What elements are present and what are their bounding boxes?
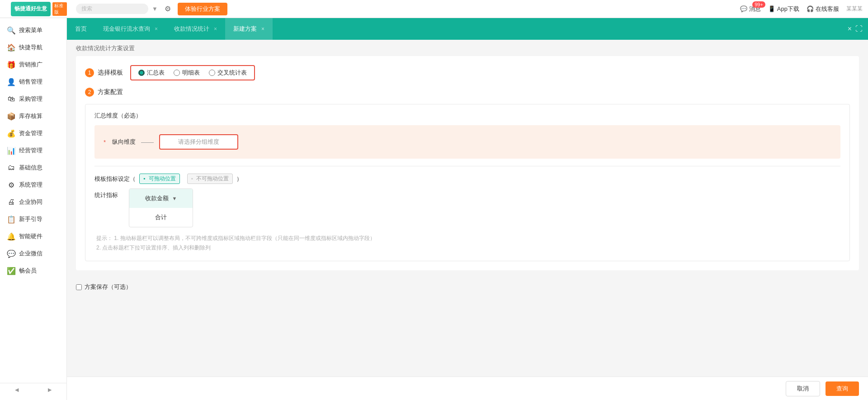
- dim-arrow: ——: [141, 138, 154, 146]
- sidebar-item-sales[interactable]: 👤 销售管理: [0, 73, 66, 90]
- sidebar-label-sales: 销售管理: [19, 78, 42, 86]
- user-name[interactable]: 某某某: [846, 5, 863, 13]
- logo: 畅捷通好生意 标准版: [5, 0, 72, 20]
- sidebar-item-wechat[interactable]: 💬 企业微信: [0, 245, 66, 262]
- sidebar-item-inventory[interactable]: 📦 库存核算: [0, 108, 66, 125]
- metrics-col-header-row[interactable]: 收款金额 ▼: [129, 192, 193, 205]
- tab-cashflow-label: 现金银行流水查询: [103, 25, 150, 33]
- dim-section-title: 汇总维度（必选）: [94, 112, 840, 120]
- sidebar-item-basics[interactable]: 🗂 基础信息: [0, 159, 66, 176]
- save-plan-checkbox[interactable]: [76, 284, 82, 290]
- cancel-button[interactable]: 取消: [786, 381, 820, 396]
- tab-new-plan-close[interactable]: ×: [261, 26, 264, 32]
- tab-home-label: 首页: [75, 25, 87, 33]
- radio-cross[interactable]: 交叉统计表: [209, 69, 247, 77]
- tab-maximize[interactable]: ⛶: [855, 25, 863, 33]
- section1-row: 1 选择模板 汇总表 明细表 交叉统计表: [85, 65, 850, 80]
- sidebar-item-collab[interactable]: 🖨 企业协同: [0, 193, 66, 211]
- sidebar-item-purchase[interactable]: 🛍 采购管理: [0, 90, 66, 108]
- page-content: 收款情况统计方案设置 1 选择模板 汇总表 明细表: [67, 40, 868, 376]
- sidebar-footer-right[interactable]: ▶: [48, 387, 52, 393]
- trial-button[interactable]: 体验行业方案: [178, 3, 227, 15]
- main-layout: 🔍 搜索菜单 🏠 快捷导航 🎁 营销推广 👤 销售管理 🛍 采购管理 📦 库存核…: [0, 18, 868, 400]
- settings-icon[interactable]: ⚙: [161, 3, 174, 15]
- radio-detail[interactable]: 明细表: [174, 69, 200, 77]
- search-box[interactable]: 搜索: [76, 4, 148, 14]
- unmovable-tag: ▪ 不可拖动位置: [187, 174, 233, 184]
- sidebar-item-operations[interactable]: 📊 经营管理: [0, 142, 66, 159]
- dropdown-arrow[interactable]: ▼: [152, 5, 158, 12]
- sidebar-label-marketing: 营销推广: [19, 61, 42, 69]
- guide-icon: 📋: [7, 215, 15, 223]
- required-marker: *: [104, 139, 106, 146]
- sidebar-item-marketing[interactable]: 🎁 营销推广: [0, 56, 66, 73]
- tab-collection[interactable]: 收款情况统计 ×: [166, 18, 225, 40]
- sidebar-label-member: 畅会员: [19, 267, 37, 275]
- tab-bar: 首页 现金银行流水查询 × 收款情况统计 × 新建方案 × × ⛶: [67, 18, 868, 40]
- logo-text: 畅捷通好生意: [14, 5, 47, 13]
- download-label: App下载: [777, 5, 799, 13]
- tab-collection-close[interactable]: ×: [214, 26, 217, 32]
- chat-icon: 💬: [740, 5, 747, 12]
- dim-select-button[interactable]: 请选择分组维度: [159, 134, 238, 150]
- query-button[interactable]: 查询: [826, 381, 859, 396]
- sidebar-item-system[interactable]: ⚙ 系统管理: [0, 176, 66, 193]
- movable-tag-label: 可拖动位置: [149, 175, 176, 182]
- sidebar-item-finance[interactable]: 💰 资金管理: [0, 125, 66, 142]
- gift-icon: 🎁: [7, 61, 15, 69]
- section1-title: 选择模板: [98, 69, 123, 77]
- sidebar-item-nav[interactable]: 🏠 快捷导航: [0, 39, 66, 56]
- service-button[interactable]: 🎧 在线客服: [807, 5, 839, 13]
- sidebar-item-search[interactable]: 🔍 搜索菜单: [0, 22, 66, 39]
- tab-cashflow[interactable]: 现金银行流水查询 ×: [95, 18, 166, 40]
- radio-summary[interactable]: 汇总表: [138, 69, 165, 77]
- chevron-down-icon[interactable]: ▼: [172, 196, 177, 201]
- metrics-header-text: 模板指标设定（: [94, 175, 136, 183]
- sidebar-item-member[interactable]: ✅ 畅会员: [0, 262, 66, 279]
- sidebar-footer-left[interactable]: ◀: [15, 387, 19, 393]
- service-label: 在线客服: [816, 5, 839, 13]
- headset-icon: 🎧: [807, 5, 814, 12]
- sidebar: 🔍 搜索菜单 🏠 快捷导航 🎁 营销推广 👤 销售管理 🛍 采购管理 📦 库存核…: [0, 18, 67, 400]
- metrics-cell-total: 合计: [129, 211, 193, 224]
- footer-bar: 取消 查询: [67, 376, 868, 400]
- sidebar-footer: ◀ ▶: [0, 383, 66, 396]
- tab-home[interactable]: 首页: [67, 18, 95, 40]
- section1-number: 1: [85, 68, 94, 77]
- radio-cross-input[interactable]: [209, 70, 215, 76]
- tab-close-all[interactable]: ×: [848, 25, 852, 33]
- vertical-dim-label: 纵向维度: [112, 138, 136, 146]
- sidebar-label-finance: 资金管理: [19, 129, 42, 137]
- sidebar-label-hardware: 智能硬件: [19, 232, 42, 240]
- search-icon: 🔍: [7, 26, 15, 34]
- tab-new-plan[interactable]: 新建方案 ×: [225, 18, 273, 40]
- section2-title: 方案配置: [98, 88, 123, 96]
- dim-title-text: 汇总维度（必选）: [94, 112, 142, 119]
- top-bar: 畅捷通好生意 标准版 搜索 ▼ ⚙ 体验行业方案 💬 消息 99+ 📱 App下…: [0, 0, 868, 18]
- dimension-area: * 纵向维度 —— 请选择分组维度: [94, 125, 840, 159]
- main-card: 1 选择模板 汇总表 明细表 交叉统计表: [76, 56, 859, 270]
- tab-cashflow-close[interactable]: ×: [155, 26, 158, 32]
- radio-cross-label: 交叉统计表: [217, 69, 247, 77]
- sidebar-item-guide[interactable]: 📋 新手引导: [0, 211, 66, 228]
- save-plan-label: 方案保存（可选）: [85, 283, 132, 291]
- message-button[interactable]: 💬 消息 99+: [740, 5, 761, 13]
- sales-icon: 👤: [7, 78, 15, 86]
- tip-2: 2. 点击标题栏下拉可设置排序、插入列和删除列: [96, 244, 839, 252]
- logo-image: 畅捷通好生意: [11, 2, 51, 16]
- movable-tag-icon: ▪: [143, 175, 145, 182]
- save-plan-checkbox-label[interactable]: 方案保存（可选）: [76, 283, 132, 291]
- dimension-row: * 纵向维度 —— 请选择分组维度: [104, 134, 831, 150]
- radio-detail-input[interactable]: [174, 70, 180, 76]
- download-icon: 📱: [768, 5, 775, 12]
- tab-new-plan-label: 新建方案: [233, 25, 257, 33]
- movable-tag: ▪ 可拖动位置: [139, 174, 180, 184]
- home-icon: 🏠: [7, 43, 15, 52]
- divider: [94, 166, 840, 166]
- download-button[interactable]: 📱 App下载: [768, 5, 799, 13]
- radio-summary-input[interactable]: [138, 70, 145, 76]
- tab-bar-actions: × ⛶: [842, 18, 868, 40]
- sidebar-item-hardware[interactable]: 🔔 智能硬件: [0, 228, 66, 245]
- top-bar-right: 💬 消息 99+ 📱 App下载 🎧 在线客服 某某某: [740, 5, 863, 13]
- config-section: 汇总维度（必选） * 纵向维度 —— 请选择分组维度: [85, 104, 850, 261]
